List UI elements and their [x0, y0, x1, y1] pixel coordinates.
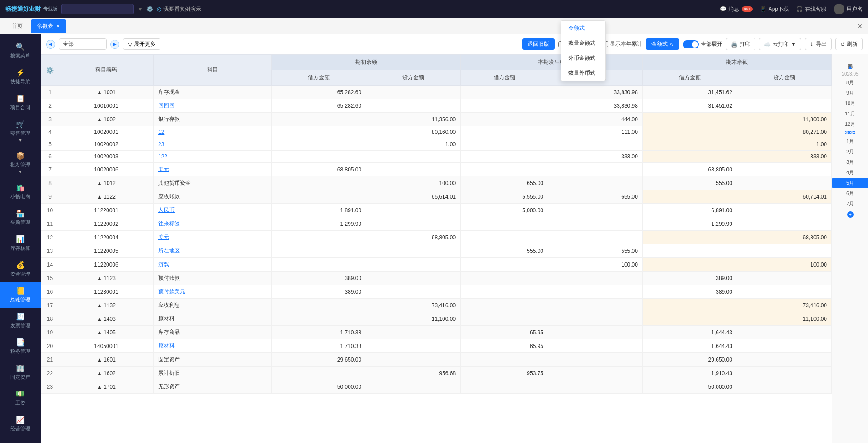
- cell-name[interactable]: 回回回: [153, 99, 271, 113]
- period-month-9[interactable]: 9月: [832, 88, 868, 98]
- cell-current-debit: [461, 285, 548, 299]
- table-row: 17▲ 1132应收利息73,416.0073,416.00: [41, 299, 832, 312]
- inventory-icon: 📊: [16, 235, 25, 243]
- cell-code: 14050001: [59, 339, 154, 353]
- period-month-3[interactable]: 3月: [832, 157, 868, 167]
- period-month-7[interactable]: 7月: [832, 199, 868, 209]
- sidebar-item-finance[interactable]: 💰 资金管理: [0, 256, 41, 282]
- app-logo: 畅捷通好业财 专业版: [5, 5, 57, 13]
- search-input[interactable]: [75, 41, 103, 48]
- sidebar-item-invoice[interactable]: 🧾 发票管理: [0, 308, 41, 333]
- expand-more-btn[interactable]: ▽ 展开更多: [123, 38, 160, 50]
- period-month-10[interactable]: 10月: [832, 98, 868, 109]
- notification-btn[interactable]: 💬 消息 99+: [720, 5, 752, 13]
- cell-current-debit: [461, 231, 548, 244]
- cell-name[interactable]: 往来标签: [153, 217, 271, 231]
- cell-current-debit: 65.95: [461, 326, 548, 339]
- cell-name[interactable]: 原材料: [153, 339, 271, 353]
- period-month-8[interactable]: 8月: [832, 77, 868, 88]
- cell-closing-credit: [737, 176, 831, 190]
- sidebar-item-wholesale[interactable]: 📦 批发管理 ▼: [0, 147, 41, 179]
- dropdown-item-foreign-amount[interactable]: 外币金额式: [561, 51, 605, 66]
- return-old-btn[interactable]: 退回旧版: [522, 38, 555, 50]
- sidebar-item-salary[interactable]: 💵 工资: [0, 385, 41, 411]
- period-month-5[interactable]: 5月: [832, 178, 868, 188]
- period-month-2[interactable]: 2月: [832, 147, 868, 157]
- sidebar-item-ops[interactable]: 📈 经营管理: [0, 411, 41, 437]
- cell-current-credit: 111.00: [548, 126, 642, 138]
- period-scroll-down-btn[interactable]: +: [847, 211, 854, 219]
- sidebar-item-retail[interactable]: 🛒 零售管理 ▼: [0, 115, 41, 147]
- user-avatar[interactable]: 用户名: [834, 4, 863, 14]
- tab-minimize-icon[interactable]: —: [848, 23, 854, 30]
- cell-closing-credit: [737, 272, 831, 285]
- sidebar-item-expense[interactable]: 💳 小畅报销: [0, 437, 41, 443]
- tab-home[interactable]: 首页: [5, 19, 29, 33]
- col-closing-credit: 贷方金额: [737, 70, 831, 86]
- period-month-6[interactable]: 6月: [832, 188, 868, 199]
- sidebar-item-project[interactable]: 📋 项目合同: [0, 90, 41, 115]
- period-scroll-up-btn[interactable]: ▲: [847, 63, 854, 71]
- ytd-check-label: 显示本年累计: [602, 40, 642, 48]
- cell-opening-credit: 73,416.00: [366, 299, 461, 312]
- period-month-12[interactable]: 12月: [832, 119, 868, 129]
- settings-icon[interactable]: ⚙️: [146, 6, 153, 12]
- sidebar-item-purchase[interactable]: 🏪 采购管理: [0, 205, 41, 230]
- dropdown-item-qty-amount[interactable]: 数量金额式: [561, 36, 605, 51]
- tab-balance[interactable]: 余额表 ✕: [31, 19, 66, 33]
- top-search-input[interactable]: [61, 4, 134, 14]
- cell-name[interactable]: 预付款美元: [153, 285, 271, 299]
- period-year-2023[interactable]: 2023: [845, 129, 855, 136]
- demo-link[interactable]: ◎ 我要看实例演示: [157, 5, 201, 13]
- cell-no: 5: [41, 138, 59, 151]
- tab-close-icon[interactable]: ✕: [56, 24, 60, 29]
- export-btn[interactable]: ⤓ 导出: [805, 38, 832, 50]
- cell-name[interactable]: 游戏: [153, 258, 271, 272]
- online-service-btn[interactable]: 🎧 在线客服: [796, 5, 826, 13]
- sidebar-item-ledger[interactable]: 📒 总账管理: [0, 282, 41, 308]
- period-month-11[interactable]: 11月: [832, 109, 868, 119]
- sidebar-item-ecommerce[interactable]: 🛍️ 小畅电商: [0, 179, 41, 205]
- cell-name[interactable]: 所在地区: [153, 244, 271, 258]
- cell-opening-credit: [366, 380, 461, 394]
- sidebar-item-inventory[interactable]: 📊 库存核算: [0, 230, 41, 256]
- period-month-4[interactable]: 4月: [832, 167, 868, 178]
- cell-closing-debit: [642, 312, 737, 326]
- sidebar-item-quicknav[interactable]: ⚡ 快捷导航: [0, 64, 41, 90]
- table-row: 19▲ 1405库存商品1,710.3865.951,644.43: [41, 326, 832, 339]
- cell-opening-debit: 389.00: [272, 285, 366, 299]
- cell-name[interactable]: 23: [153, 138, 271, 151]
- app-download-btn[interactable]: 📱 App下载: [760, 5, 789, 13]
- tab-close-window-icon[interactable]: ✕: [857, 23, 863, 30]
- dropdown-item-qty-foreign[interactable]: 数量外币式: [561, 66, 605, 81]
- cloud-print-btn[interactable]: ☁️ 云打印 ▼: [759, 38, 801, 50]
- period-month-1[interactable]: 1月: [832, 136, 868, 147]
- cell-name[interactable]: 美元: [153, 231, 271, 244]
- cell-opening-debit: [272, 126, 366, 138]
- tax-icon: 📑: [16, 338, 25, 347]
- cell-opening-credit: 68,805.00: [366, 231, 461, 244]
- sidebar-item-tax[interactable]: 📑 税务管理: [0, 333, 41, 359]
- cloud-print-dropdown-icon[interactable]: ▼: [791, 41, 796, 48]
- nav-forward-btn[interactable]: ▶: [110, 40, 119, 49]
- cell-no: 9: [41, 190, 59, 204]
- cell-name[interactable]: 122: [153, 151, 271, 163]
- cell-name[interactable]: 12: [153, 126, 271, 138]
- sidebar-item-assets[interactable]: 🏢 固定资产: [0, 359, 41, 385]
- sidebar-item-search[interactable]: 🔍 搜索菜单: [0, 38, 41, 64]
- dropdown-arrow[interactable]: ▼: [137, 6, 143, 12]
- cell-closing-credit: [737, 204, 831, 217]
- col-closing-debit: 借方金额: [642, 70, 737, 86]
- table-settings-icon[interactable]: ⚙️: [46, 67, 54, 74]
- cell-closing-debit: [642, 126, 737, 138]
- cell-name[interactable]: 人民币: [153, 204, 271, 217]
- print-btn[interactable]: 🖨️ 打印: [726, 38, 755, 50]
- toggle-switch[interactable]: [683, 40, 699, 48]
- cell-name: 累计折旧: [153, 367, 271, 380]
- style-dropdown-btn[interactable]: 金额式 ∧: [646, 38, 679, 50]
- period-year-label-1: 2023.05: [842, 71, 858, 77]
- table-row: 610020003122333.00333.00: [41, 151, 832, 163]
- refresh-btn[interactable]: ↺ 刷新: [835, 38, 863, 50]
- cell-name[interactable]: 美元: [153, 163, 271, 176]
- nav-back-btn[interactable]: ◀: [46, 40, 55, 49]
